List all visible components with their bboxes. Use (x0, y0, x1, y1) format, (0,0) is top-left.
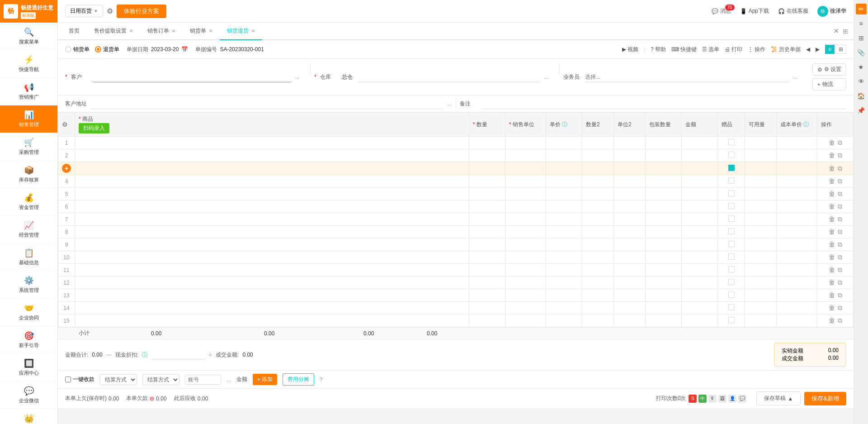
product-input-7[interactable] (79, 216, 465, 223)
sidebar-item-apps[interactable]: 🔲 应用中心 (0, 354, 57, 381)
row-15-price[interactable] (546, 314, 582, 327)
row-10-product[interactable] (75, 251, 469, 264)
row-2-unit2[interactable] (614, 149, 646, 162)
sidebar-item-system[interactable]: ⚙️ 系统管理 (0, 271, 57, 299)
row-10-gift[interactable] (718, 251, 745, 264)
row-5-unit[interactable] (505, 188, 546, 200)
delete-icon-11[interactable]: 🗑 (829, 266, 835, 274)
gift-cb-8[interactable] (728, 228, 735, 234)
product-input-11[interactable] (79, 267, 465, 273)
row-10-cost-price[interactable] (777, 251, 817, 264)
row-13-gift[interactable] (718, 289, 745, 302)
copy-icon-4[interactable]: ⧉ (838, 177, 842, 185)
sidebar-item-inventory[interactable]: 📦 库存核算 (0, 161, 57, 188)
row-2-qty[interactable] (469, 149, 505, 162)
row-6-unit[interactable] (505, 200, 546, 213)
row-11-gift[interactable] (718, 264, 745, 276)
gift-cb-11[interactable] (728, 266, 735, 272)
delete-icon-4[interactable]: 🗑 (829, 177, 835, 185)
list-view-btn[interactable]: ≡ (825, 45, 835, 54)
account-method-select[interactable]: 结算方式 (100, 374, 137, 385)
account-dots[interactable]: ... (226, 376, 231, 383)
row-8-unit2[interactable] (614, 226, 646, 238)
row-8-available[interactable] (745, 226, 777, 238)
sidebar-item-enterprise[interactable]: 🤝 企业协同 (0, 299, 57, 326)
row-7-gift[interactable] (718, 213, 745, 226)
gift-cb-14[interactable] (728, 304, 735, 310)
account-num-input[interactable] (185, 375, 221, 385)
product-input-12[interactable] (79, 280, 465, 286)
scan-input-btn[interactable]: 扫码录入 (79, 123, 109, 133)
tab-sales-order-close[interactable]: ✕ (172, 29, 175, 33)
row-13-cost-price[interactable] (777, 289, 817, 302)
help-btn[interactable]: ? 帮助 (651, 46, 666, 53)
row-12-gift[interactable] (718, 276, 745, 289)
row-12-price[interactable] (546, 276, 582, 289)
row-4-available[interactable] (745, 175, 777, 188)
gift-cb-3[interactable] (728, 165, 735, 171)
gift-cb-6[interactable] (728, 203, 735, 209)
select-btn[interactable]: ☰ 选单 (702, 46, 719, 53)
row-1-available[interactable] (745, 137, 777, 149)
row-5-unit2[interactable] (614, 188, 646, 200)
message-btn[interactable]: 💬 消息 70 (712, 7, 731, 15)
row-12-amount[interactable] (682, 276, 718, 289)
close-all-btn[interactable]: ✕ (831, 25, 841, 37)
row-8-qty[interactable] (469, 226, 505, 238)
industry-select[interactable]: 日用百货 ▼ (65, 5, 103, 17)
sidebar-item-purchase[interactable]: 🛒 采购管理 (0, 133, 57, 161)
remark-input[interactable] (481, 99, 847, 109)
row-14-qty[interactable] (469, 302, 505, 314)
tab-sales-return-close[interactable]: ✕ (251, 29, 255, 33)
row-7-available[interactable] (745, 213, 777, 226)
row-11-unit2[interactable] (614, 264, 646, 276)
row-9-amount[interactable] (682, 238, 718, 251)
copy-icon-6[interactable]: ⧉ (838, 203, 842, 210)
row-4-product[interactable] (75, 175, 469, 188)
sidebar-item-basics[interactable]: 📋 基础信息 (0, 243, 57, 271)
row-8-amount[interactable] (682, 226, 718, 238)
product-input-3[interactable] (79, 165, 465, 172)
row-9-product[interactable] (75, 238, 469, 251)
row-10-unit[interactable] (505, 251, 546, 264)
row-14-unit2[interactable] (614, 302, 646, 314)
staff-select-icon[interactable]: ... (793, 74, 798, 80)
row-10-qty2[interactable] (582, 251, 614, 264)
row-15-product[interactable] (75, 314, 469, 327)
row-1-amount[interactable] (682, 137, 718, 149)
row-3-unit2[interactable] (614, 162, 646, 175)
row-5-qty2[interactable] (582, 188, 614, 200)
row-5-amount[interactable] (682, 188, 718, 200)
row-9-pack-qty[interactable] (646, 238, 682, 251)
copy-icon-2[interactable]: ⧉ (838, 152, 842, 159)
experience-btn[interactable]: 体验行业方案 (117, 5, 166, 18)
row-9-price[interactable] (546, 238, 582, 251)
row-15-qty2[interactable] (582, 314, 614, 327)
row-7-product[interactable] (75, 213, 469, 226)
right-panel-home-icon[interactable]: 🏠 (856, 91, 867, 101)
delete-icon-7[interactable]: 🗑 (829, 215, 835, 223)
product-input-5[interactable] (79, 191, 465, 197)
row-2-unit[interactable] (505, 149, 546, 162)
copy-icon-7[interactable]: ⧉ (838, 215, 842, 223)
row-9-available[interactable] (745, 238, 777, 251)
product-input-10[interactable] (79, 254, 465, 261)
row-4-unit[interactable] (505, 175, 546, 188)
row-3-product[interactable] (75, 162, 469, 175)
delete-icon-6[interactable]: 🗑 (829, 203, 835, 210)
product-input-8[interactable] (79, 229, 465, 235)
row-11-product[interactable] (75, 264, 469, 276)
row-13-available[interactable] (745, 289, 777, 302)
settings-side-btn[interactable]: ⚙ ⚙ 设置 (812, 63, 846, 76)
row-4-unit2[interactable] (614, 175, 646, 188)
row-14-price[interactable] (546, 302, 582, 314)
row-12-unit[interactable] (505, 276, 546, 289)
one-click-cb[interactable] (65, 376, 71, 382)
th-settings[interactable]: ⚙ (58, 113, 75, 137)
copy-icon-9[interactable]: ⧉ (838, 241, 842, 248)
sidebar-item-search[interactable]: 🔍 搜索菜单 (0, 23, 57, 50)
row-7-unit[interactable] (505, 213, 546, 226)
right-panel-attach-icon[interactable]: 📎 (856, 47, 867, 58)
gift-cb-5[interactable] (728, 190, 735, 196)
row-5-cost-price[interactable] (777, 188, 817, 200)
